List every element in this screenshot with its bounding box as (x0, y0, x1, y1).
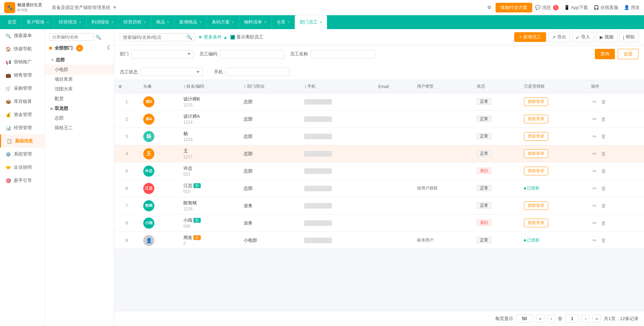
navtab-仓库[interactable]: 仓库× (272, 15, 295, 29)
tab-close-icon[interactable]: × (320, 20, 322, 24)
auth-btn[interactable]: 授权登录 (524, 167, 548, 175)
dept-item-zongbu2[interactable]: 总部 (45, 113, 114, 123)
edit-btn[interactable]: ✏ (591, 219, 598, 227)
dept-item-shuanglongxiang[interactable]: ▶双龙想 (45, 104, 114, 113)
show-resigned-label[interactable]: 显示离职员工 (236, 34, 263, 40)
edit-btn[interactable]: ✏ (591, 150, 598, 158)
tab-close-icon[interactable]: × (288, 20, 290, 24)
filter-emp-name-input[interactable] (311, 50, 375, 59)
dept-item-puguwanger[interactable]: 插枝王二 (45, 123, 114, 133)
online-service-btn[interactable]: 🎧 在线客服 (593, 5, 618, 11)
sidebar-item-guide[interactable]: 🎯新手引导 (0, 174, 45, 187)
navtab-客户联络[interactable]: 客户联络× (22, 15, 54, 29)
more-filters-btn[interactable]: ▼ 更多条件 ▲ (198, 34, 228, 40)
edit-btn[interactable]: ✏ (591, 185, 598, 192)
edit-btn[interactable]: ✏ (591, 133, 598, 140)
edit-btn[interactable]: ✏ (591, 202, 598, 210)
first-page-btn[interactable]: « (536, 315, 545, 323)
filter-dept-select[interactable] (131, 50, 194, 59)
prev-page-btn[interactable]: ‹ (547, 315, 555, 323)
delete-btn[interactable]: 🗑 (600, 98, 608, 105)
navtab-条码方案[interactable]: 条码方案× (207, 15, 239, 29)
filter-emp-status-select[interactable] (140, 68, 203, 76)
tab-close-icon[interactable]: × (79, 20, 81, 24)
delete-btn[interactable]: 🗑 (600, 219, 608, 227)
import-button[interactable]: ↙ 导入 (572, 32, 594, 42)
delete-btn[interactable]: 🗑 (600, 202, 608, 209)
dept-item-peihuo[interactable]: 配货 (45, 94, 114, 104)
sidebar-item-inventory[interactable]: 📦库存核算 (0, 95, 45, 108)
sidebar-item-marketing[interactable]: 📢营销推广 (0, 55, 45, 69)
tab-close-icon[interactable]: × (47, 20, 49, 24)
tab-close-icon[interactable]: × (111, 20, 114, 24)
filter-emp-code-input[interactable] (220, 50, 284, 59)
sidebar-item-system[interactable]: ⚙️系统管理 (0, 148, 45, 161)
sidebar-item-basic[interactable]: 📋基础信息 (0, 134, 45, 148)
navtab-商品[interactable]: 商品× (151, 15, 174, 29)
delete-btn[interactable]: 🗑 (600, 237, 608, 244)
col-dept-pos[interactable]: ↕ 部门/职位 (239, 80, 300, 93)
auth-btn[interactable]: 授权登录 (524, 149, 548, 158)
dept-search-icon[interactable]: 🔍 (96, 35, 101, 40)
col-name-code[interactable]: ↕ 姓名/编码 (179, 80, 240, 93)
auth-btn[interactable]: 授权登录 (524, 132, 548, 141)
export-button[interactable]: ↗ 导出 (548, 32, 570, 42)
dept-item-shenyangdashang[interactable]: 沈阳大库 (45, 84, 114, 94)
auth-btn[interactable]: 授权登录 (524, 219, 548, 227)
col-phone[interactable]: ↕ 手机 (300, 80, 374, 93)
exp-button[interactable]: 体验行业方案 (496, 3, 532, 12)
tab-close-icon[interactable]: × (264, 20, 266, 24)
dept-item-zongbu[interactable]: ▼总部 (45, 55, 114, 65)
auth-btn[interactable]: 授权登录 (524, 115, 548, 123)
employee-search-input[interactable] (123, 35, 185, 40)
delete-btn[interactable]: 🗑 (600, 167, 608, 175)
sidebar-item-finance[interactable]: 💰资金管理 (0, 108, 45, 121)
app-download-btn[interactable]: 📱 App下载 (564, 5, 588, 11)
search-icon[interactable]: 🔍 (187, 35, 192, 40)
sidebar-item-purchase[interactable]: 🛒采购管理 (0, 82, 45, 95)
navtab-物料清单[interactable]: 物料清单× (239, 15, 271, 29)
dept-search-input[interactable] (49, 33, 94, 41)
edit-btn[interactable]: ✏ (591, 98, 598, 106)
tab-close-icon[interactable]: × (144, 20, 146, 24)
all-dept-label[interactable]: 全部部门 (55, 45, 73, 51)
col-settings[interactable]: ⚙ (114, 80, 139, 93)
next-page-btn[interactable]: › (582, 315, 589, 323)
navtab-经营历程[interactable]: 经营历程× (119, 15, 151, 29)
navtab-首页[interactable]: 首页 (3, 15, 22, 29)
per-page-input[interactable] (516, 315, 533, 323)
dropdown-arrow-icon[interactable]: ▼ (112, 5, 117, 10)
filter-phone-input[interactable] (226, 68, 290, 76)
delete-btn[interactable]: 🗑 (600, 115, 608, 123)
dept-item-xiaodianbu[interactable]: 小电部 (45, 65, 114, 74)
auth-btn[interactable]: 授权登录 (524, 97, 548, 106)
tab-close-icon[interactable]: × (199, 20, 201, 24)
current-page-input[interactable] (565, 315, 579, 323)
add-dept-btn[interactable]: + (76, 45, 83, 52)
navtab-新增商品[interactable]: 新增商品× (174, 15, 207, 29)
collapse-panel-btn[interactable]: 《 (104, 44, 110, 52)
add-employee-button[interactable]: + 新增员工 (514, 32, 546, 42)
show-resigned-checkbox[interactable] (230, 35, 235, 39)
settings-icon[interactable]: ⚙ (487, 5, 493, 10)
tab-close-icon[interactable]: × (232, 20, 234, 24)
delete-btn[interactable]: 🗑 (600, 133, 608, 140)
user-avatar[interactable]: 👤 用友 (624, 5, 640, 11)
help-button[interactable]: | 帮助 (619, 32, 638, 42)
delete-btn[interactable]: 🗑 (600, 185, 608, 192)
sidebar-item-enterprise[interactable]: 🤝企业协同 (0, 161, 45, 174)
navtab-经营情况[interactable]: 经营情况× (54, 15, 86, 29)
edit-btn[interactable]: ✏ (591, 115, 598, 123)
sidebar-item-quicknav[interactable]: 🏠快捷导航 (0, 42, 45, 55)
edit-btn[interactable]: ✏ (591, 167, 598, 175)
edit-btn[interactable]: ✏ (591, 237, 598, 244)
query-button[interactable]: 查询 (595, 49, 615, 59)
sidebar-item-sales[interactable]: 💼销售管理 (0, 69, 45, 82)
tab-close-icon[interactable]: × (167, 20, 169, 24)
message-btn[interactable]: 💬 消息 5 (535, 5, 559, 11)
auth-btn[interactable]: 授权登录 (524, 201, 548, 210)
sidebar-item-operation[interactable]: 📊经营管理 (0, 121, 45, 134)
sidebar-item-search[interactable]: 🔍搜索菜单 (0, 29, 45, 42)
filter-settings-button[interactable]: 设置 (618, 49, 638, 59)
last-page-btn[interactable]: » (592, 315, 601, 323)
